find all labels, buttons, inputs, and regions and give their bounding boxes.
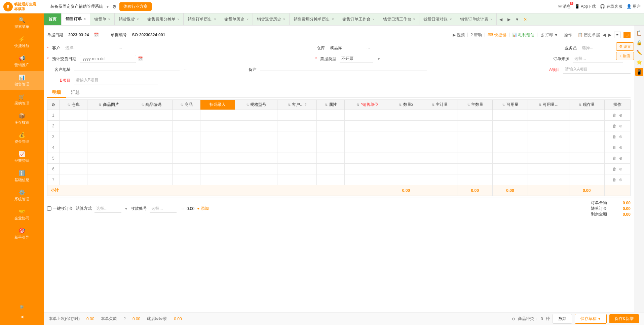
cell-main-unit[interactable] (422, 142, 457, 153)
cell-main-unit[interactable] (422, 131, 457, 142)
help-btn[interactable]: ? 帮助 (470, 32, 482, 38)
delivery-date-input[interactable] (80, 55, 136, 63)
cell-avail-qty2[interactable] (528, 121, 569, 131)
save-draft-dropdown-icon[interactable]: ▼ (598, 317, 601, 321)
list-view-btn[interactable]: ≡ (614, 32, 621, 38)
tab-detail[interactable]: 明细 (47, 88, 66, 98)
shortcuts-btn[interactable]: ⌨ 快捷键 (488, 32, 506, 38)
sidebar-item-sales[interactable]: 📊 销售管理 (0, 71, 44, 90)
cell-avail-qty2[interactable] (528, 164, 569, 174)
cell-product-code[interactable] (130, 153, 172, 164)
sidebar-collapse-btn[interactable]: ◀ (0, 312, 44, 322)
cell-avail-qty[interactable] (493, 110, 528, 121)
sidebar-item-inventory[interactable]: 📦 库存核算 (0, 109, 44, 128)
cell-sales-unit[interactable] (345, 153, 390, 164)
add-material-btn[interactable]: + 物流 (616, 52, 634, 60)
cell-current-qty[interactable] (569, 142, 604, 153)
user-avatar[interactable]: 👤 用户 (627, 4, 641, 9)
tab-home[interactable]: 首页 (44, 13, 62, 26)
cell-avail-qty2[interactable] (528, 131, 569, 142)
tab-close-icon[interactable]: × (413, 17, 415, 21)
sidebar-item-system[interactable]: ⚙️ 系统管理 (0, 186, 44, 205)
cell-product[interactable] (172, 131, 200, 142)
nav-next-btn[interactable]: ▶ (608, 33, 611, 37)
industry-solution-button[interactable]: 体验行业方案 (119, 2, 152, 11)
tab-close-icon[interactable]: × (178, 17, 180, 21)
calendar-2-icon[interactable]: 📅 (138, 56, 143, 61)
row-delete-btn[interactable]: 🗑 (612, 177, 617, 183)
col-customer-code[interactable]: ⇅ 客户... ? (277, 100, 316, 110)
cell-main-qty[interactable] (457, 110, 493, 121)
right-panel-icon-5[interactable]: 📱 (635, 68, 643, 76)
dropdown-arrow-icon[interactable]: ▼ (106, 4, 110, 9)
col-current-qty[interactable]: ⇅ 现存量 (569, 100, 604, 110)
col-settings[interactable]: ⚙ (47, 100, 60, 110)
sidebar-item-purchase[interactable]: 🛒 采购管理 (0, 90, 44, 109)
col-spec[interactable]: ⇅ 规格型号 (235, 100, 277, 110)
tab-close-icon[interactable]: × (450, 17, 452, 21)
cell-scan[interactable] (200, 153, 235, 164)
cell-product-img[interactable] (87, 153, 130, 164)
tab-close-icon[interactable]: × (108, 17, 110, 21)
tab-close-icon[interactable]: × (373, 17, 375, 21)
row-delete-btn[interactable]: 🗑 (612, 134, 617, 140)
cell-main-qty[interactable] (457, 164, 493, 174)
account-input[interactable]: 选择... (150, 205, 177, 213)
cell-warehouse[interactable] (59, 164, 87, 174)
cell-spec[interactable] (235, 142, 277, 153)
settings-quick-btn[interactable]: ⚙ 设置 (616, 42, 634, 51)
cell-spec[interactable] (235, 174, 277, 185)
cell-warehouse[interactable] (59, 153, 87, 164)
cell-main-unit[interactable] (422, 164, 457, 174)
cell-current-qty[interactable] (569, 153, 604, 164)
tab-close-icon[interactable]: × (490, 17, 492, 21)
cell-product-code[interactable] (130, 110, 172, 121)
cell-product-code[interactable] (130, 142, 172, 153)
col-qty2[interactable]: ⇅ 数量2 (390, 100, 422, 110)
tab-daily-workbench[interactable]: 钱货日清工作台 × (379, 13, 420, 26)
row-delete-btn[interactable]: 🗑 (612, 155, 617, 161)
settings-icon[interactable]: ⚙ (112, 4, 117, 9)
cell-warehouse[interactable] (59, 142, 87, 153)
tab-sales-return[interactable]: 销货退货 × (115, 13, 143, 26)
cell-attr[interactable] (317, 121, 345, 131)
cell-warehouse[interactable] (59, 131, 87, 142)
row-copy-btn[interactable]: ⊕ (618, 134, 623, 140)
cell-main-unit[interactable] (422, 121, 457, 131)
cell-avail-qty[interactable] (493, 131, 528, 142)
cell-product[interactable] (172, 164, 200, 174)
col-product-img[interactable]: ⇅ 商品图片 (87, 100, 130, 110)
save-draft-button[interactable]: 保存草稿 ▼ (575, 314, 607, 324)
tab-close-icon[interactable]: × (332, 17, 334, 21)
cell-sales-unit[interactable] (345, 121, 390, 131)
sidebar-item-guide[interactable]: 🎯 新手引导 (0, 224, 44, 243)
col-scan[interactable]: 扫码录入 (200, 100, 235, 110)
help-debit-icon[interactable]: ? (124, 317, 126, 321)
col-avail-qty2[interactable]: ⇅ 可用量... (528, 100, 569, 110)
col-avail-qty[interactable]: ⇅ 可用量 (493, 100, 528, 110)
cell-scan[interactable] (200, 121, 235, 131)
invoice-dropdown-icon[interactable]: ▼ (377, 56, 381, 61)
cell-scan[interactable] (200, 131, 235, 142)
cell-attr[interactable] (317, 174, 345, 185)
cell-product[interactable] (172, 121, 200, 131)
cell-spec[interactable] (235, 164, 277, 174)
cell-product-code[interactable] (130, 164, 172, 174)
history-btn[interactable]: 📋 历史单据 (578, 32, 600, 38)
tab-close-icon[interactable]: × (247, 17, 249, 21)
col-main-qty[interactable]: ⇅ 主数量 (457, 100, 493, 110)
tab-sales-order-history[interactable]: 销售订单历史 × (184, 13, 220, 26)
tab-fee-history[interactable]: 销售费用分摊单历史 × (290, 13, 338, 26)
tab-menu-btn[interactable]: ▼ (513, 13, 521, 26)
row-delete-btn[interactable]: 🗑 (612, 112, 617, 118)
tab-return-history[interactable]: 销货退货历史 × (253, 13, 290, 26)
cell-sales-unit[interactable] (345, 142, 390, 153)
row-delete-btn[interactable]: 🗑 (612, 145, 617, 151)
cell-warehouse[interactable] (59, 174, 87, 185)
cell-current-qty[interactable] (569, 110, 604, 121)
tab-invoice-history[interactable]: 销货单历史 × (220, 13, 253, 26)
a-project-input[interactable]: 请输入A项目 (563, 66, 631, 74)
tab-close-icon[interactable]: × (214, 17, 216, 21)
customer-input[interactable]: 选择... (64, 44, 114, 52)
cell-main-unit[interactable] (422, 110, 457, 121)
